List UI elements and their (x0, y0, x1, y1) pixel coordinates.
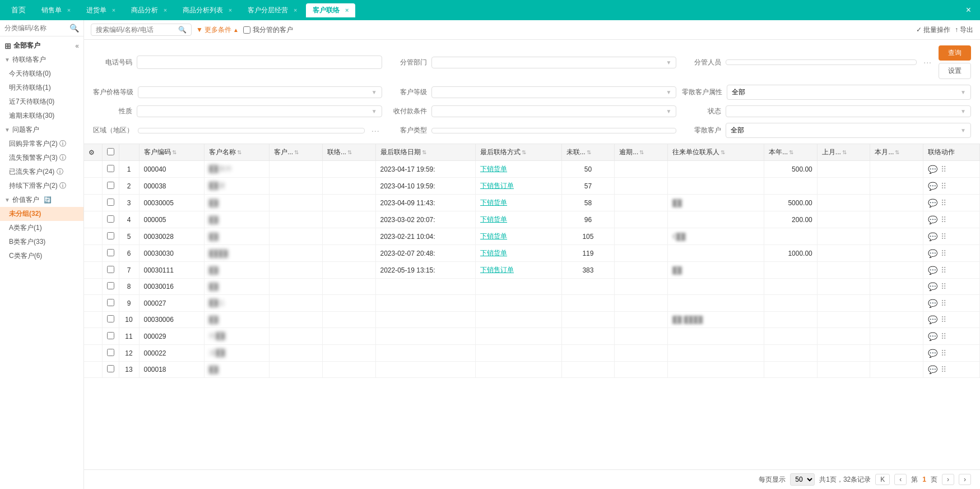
contact-icon[interactable]: 💬 (928, 232, 937, 241)
td-checkbox[interactable] (102, 262, 119, 279)
sort-icon-contact[interactable]: ⇅ (347, 149, 352, 155)
more-action-icon[interactable]: ⠿ (941, 165, 946, 174)
my-customers-check[interactable] (243, 26, 250, 34)
phone-input[interactable] (137, 56, 382, 69)
nav-tab-analysis-list[interactable]: 商品分析列表 × (176, 3, 239, 17)
sidebar-collapse-button[interactable]: « (75, 42, 79, 50)
customer-type-select[interactable] (431, 128, 677, 133)
next-page-button[interactable]: › (942, 474, 954, 485)
sidebar-item-a-class[interactable]: A类客户(1) (0, 221, 83, 235)
retail-attr-select[interactable]: 全部 ▼ (727, 85, 971, 100)
per-page-select[interactable]: 50 (790, 473, 815, 486)
close-tab-analysis[interactable]: × (164, 7, 167, 13)
sort-icon-category[interactable]: ⇅ (294, 149, 299, 155)
td-checkbox[interactable] (102, 328, 119, 345)
more-action-icon[interactable]: ⠿ (941, 199, 946, 207)
th-settings[interactable]: ⚙ (84, 144, 102, 161)
sort-icon-name[interactable]: ⇅ (237, 149, 241, 155)
sidebar-section-pending[interactable]: ▼ 待联络客户 (0, 53, 83, 67)
more-action-icon[interactable]: ⠿ (941, 266, 946, 275)
sidebar-item-overdue[interactable]: 逾期未联络(30) (0, 109, 83, 123)
contact-icon[interactable]: 💬 (928, 165, 937, 174)
more-action-icon[interactable]: ⠿ (941, 232, 946, 241)
bulk-ops-button[interactable]: ✓ 批量操作 (916, 25, 950, 35)
phone-field[interactable] (142, 58, 377, 66)
sidebar-item-churn-warning[interactable]: 流失预警客户(3) ⓘ (0, 151, 83, 165)
last-page-button[interactable]: › (959, 474, 971, 485)
sidebar-search-input[interactable] (4, 24, 67, 32)
sort-icon-unit-contact[interactable]: ⇅ (721, 149, 725, 155)
sort-icon-code[interactable]: ⇅ (172, 149, 177, 155)
td-checkbox[interactable] (102, 295, 119, 312)
nav-tab-customer-tier[interactable]: 客户分层经营 × (241, 3, 304, 17)
sidebar-item-today[interactable]: 今天待联络(0) (0, 67, 83, 81)
nav-tab-home[interactable]: 首页 (4, 3, 32, 17)
contact-icon[interactable]: 💬 (928, 282, 937, 291)
sidebar-section-value[interactable]: ▼ 价值客户 🔄 (0, 193, 83, 207)
contact-icon[interactable]: 💬 (928, 215, 937, 224)
filter-search-input[interactable] (96, 26, 176, 34)
sidebar-search-icon[interactable]: 🔍 (69, 24, 79, 33)
contact-icon[interactable]: 💬 (928, 315, 937, 324)
sidebar-item-repurchase-abnormal[interactable]: 回购异常客户(2) ⓘ (0, 137, 83, 151)
td-checkbox[interactable] (102, 245, 119, 262)
nav-tab-sales[interactable]: 销售单 × (35, 3, 77, 17)
sort-icon-this-month[interactable]: ⇅ (895, 149, 899, 155)
prev-page-button[interactable]: ‹ (894, 474, 907, 485)
td-checkbox[interactable] (102, 228, 119, 245)
td-checkbox[interactable] (102, 161, 119, 178)
status-select[interactable]: ▼ (726, 105, 971, 117)
th-checkbox[interactable] (102, 144, 119, 161)
window-close-button[interactable]: × (962, 3, 976, 17)
sidebar-item-ungrouped[interactable]: 未分组(32) (0, 207, 83, 221)
nav-tab-analysis[interactable]: 商品分析 × (124, 3, 174, 17)
sort-icon-this-year[interactable]: ⇅ (789, 149, 793, 155)
person-select[interactable] (726, 59, 917, 65)
sidebar-section-problem[interactable]: ▼ 问题客户 (0, 123, 83, 137)
contact-icon[interactable]: 💬 (928, 299, 937, 308)
td-checkbox[interactable] (102, 211, 119, 228)
sidebar-item-b-class[interactable]: B类客户(33) (0, 235, 83, 249)
td-checkbox[interactable] (102, 279, 119, 295)
sort-icon-no-contact[interactable]: ⇅ (587, 149, 591, 155)
td-checkbox[interactable] (102, 178, 119, 195)
sidebar-item-churned[interactable]: 已流失客户(24) ⓘ (0, 165, 83, 179)
close-tab-customer-tier[interactable]: × (294, 7, 297, 13)
sort-icon-last-month[interactable]: ⇅ (842, 149, 847, 155)
more-action-icon[interactable]: ⠿ (941, 315, 946, 324)
payment-select[interactable]: ▼ (431, 105, 677, 117)
more-action-icon[interactable]: ⠿ (941, 332, 946, 341)
sidebar-item-7days[interactable]: 近7天待联络(0) (0, 95, 83, 109)
td-checkbox[interactable] (102, 345, 119, 362)
more-action-icon[interactable]: ⠿ (941, 282, 946, 291)
filter-search-icon[interactable]: 🔍 (178, 26, 187, 34)
region-dots[interactable]: ··· (369, 126, 382, 135)
more-action-icon[interactable]: ⠿ (941, 215, 946, 224)
price-level-select[interactable]: ▼ (138, 86, 382, 98)
contact-icon[interactable]: 💬 (928, 249, 937, 258)
close-tab-purchase[interactable]: × (112, 7, 115, 13)
td-checkbox[interactable] (102, 362, 119, 378)
td-checkbox[interactable] (102, 195, 119, 211)
first-page-button[interactable]: K (875, 474, 890, 485)
nav-tab-customer-contact[interactable]: 客户联络 × (306, 3, 355, 17)
sort-icon-last-method[interactable]: ⇅ (522, 149, 526, 155)
nav-tab-purchase[interactable]: 进货单 × (80, 3, 122, 17)
dept-select[interactable]: ▼ (431, 57, 677, 68)
refresh-icon[interactable]: 🔄 (44, 196, 52, 204)
sidebar-all-customers[interactable]: ⊞ 全部客户 « (0, 36, 83, 53)
contact-icon[interactable]: 💬 (928, 266, 937, 275)
person-dots[interactable]: ··· (921, 58, 934, 67)
contact-icon[interactable]: 💬 (928, 182, 937, 191)
more-action-icon[interactable]: ⠿ (941, 249, 946, 258)
select-all-checkbox[interactable] (107, 148, 114, 155)
close-tab-customer-contact[interactable]: × (345, 7, 349, 13)
sort-icon-last-date[interactable]: ⇅ (422, 149, 426, 155)
contact-icon[interactable]: 💬 (928, 365, 937, 374)
close-tab-analysis-list[interactable]: × (229, 7, 232, 13)
sidebar-item-tomorrow[interactable]: 明天待联络(1) (0, 81, 83, 95)
sort-icon-overdue[interactable]: ⇅ (639, 149, 644, 155)
more-action-icon[interactable]: ⠿ (941, 299, 946, 308)
more-action-icon[interactable]: ⠿ (941, 182, 946, 191)
contact-icon[interactable]: 💬 (928, 349, 937, 358)
